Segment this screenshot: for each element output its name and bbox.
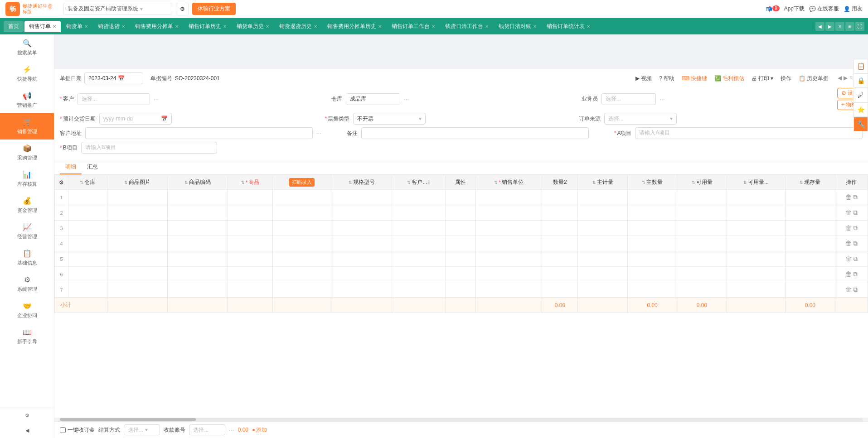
table-cell[interactable] bbox=[627, 267, 677, 282]
col-sales-unit[interactable]: ⇅*销售单位 bbox=[475, 175, 542, 190]
trial-button[interactable]: 体验行业方案 bbox=[192, 3, 236, 15]
operations-btn[interactable]: 操作 bbox=[779, 74, 793, 83]
table-cell[interactable] bbox=[331, 205, 392, 221]
table-cell[interactable] bbox=[446, 267, 476, 282]
copy-row-icon[interactable]: ⧉ bbox=[853, 209, 858, 216]
close-icon[interactable]: ✕ bbox=[485, 24, 489, 29]
settlement-select[interactable]: 选择... ▾ bbox=[124, 424, 160, 435]
table-cell[interactable] bbox=[786, 267, 835, 282]
scrollbar-track[interactable] bbox=[60, 418, 863, 421]
table-cell[interactable] bbox=[167, 221, 228, 236]
table-cell[interactable] bbox=[475, 251, 542, 267]
copy-row-icon[interactable]: ⧉ bbox=[853, 224, 858, 231]
table-cell[interactable] bbox=[542, 251, 578, 267]
nav-prev-btn[interactable]: ◀ bbox=[815, 22, 824, 31]
tab-sales-return-history[interactable]: 销货退货历史 ✕ bbox=[275, 21, 322, 32]
table-cell[interactable] bbox=[786, 190, 835, 205]
table-cell[interactable] bbox=[446, 221, 476, 236]
table-cell[interactable] bbox=[273, 190, 331, 205]
table-cell[interactable] bbox=[228, 190, 273, 205]
close-icon[interactable]: ✕ bbox=[587, 24, 590, 29]
close-icon[interactable]: ✕ bbox=[53, 24, 56, 29]
table-cell[interactable] bbox=[107, 236, 167, 251]
table-cell[interactable] bbox=[331, 236, 392, 251]
address-more-btn[interactable]: ··· bbox=[316, 130, 322, 137]
table-cell[interactable] bbox=[228, 267, 273, 282]
col-qty2[interactable]: 数量2 bbox=[542, 175, 578, 190]
table-cell[interactable] bbox=[786, 251, 835, 267]
table-cell[interactable] bbox=[727, 190, 785, 205]
one-click-checkbox[interactable] bbox=[60, 427, 66, 433]
col-scan[interactable]: 扫码录入 bbox=[273, 175, 331, 190]
rfb-star-btn[interactable]: ⭐ bbox=[853, 102, 868, 117]
tab-sales-order[interactable]: 销售订单 ✕ bbox=[24, 21, 61, 32]
table-cell[interactable] bbox=[677, 221, 727, 236]
table-cell[interactable] bbox=[228, 282, 273, 298]
tab-sales-order-history[interactable]: 销售订单历史 ✕ bbox=[184, 21, 231, 32]
table-cell[interactable] bbox=[392, 282, 446, 298]
rfb-lock-btn[interactable]: 🔒 bbox=[853, 73, 868, 88]
table-cell[interactable] bbox=[68, 236, 107, 251]
salesperson-input[interactable]: 选择... bbox=[601, 93, 656, 105]
delete-row-icon[interactable]: 🗑 bbox=[845, 224, 852, 231]
table-cell[interactable] bbox=[228, 251, 273, 267]
close-icon[interactable]: ✕ bbox=[266, 24, 269, 29]
tab-sales-slip-history[interactable]: 销货单历史 ✕ bbox=[232, 21, 274, 32]
nav-fullscreen-btn[interactable]: ⛶ bbox=[855, 22, 864, 31]
table-cell[interactable] bbox=[228, 221, 273, 236]
gear-icon-btn[interactable]: ⚙ bbox=[176, 3, 189, 15]
list-view-btn[interactable]: ≡ bbox=[849, 75, 853, 82]
close-icon[interactable]: ✕ bbox=[175, 24, 179, 29]
table-cell[interactable] bbox=[107, 251, 167, 267]
table-cell[interactable] bbox=[475, 236, 542, 251]
nav-close-btn[interactable]: ✕ bbox=[835, 22, 844, 31]
delete-row-icon[interactable]: 🗑 bbox=[845, 193, 852, 201]
table-cell[interactable] bbox=[392, 236, 446, 251]
close-icon[interactable]: ✕ bbox=[84, 24, 88, 29]
customer-input[interactable]: 选择... bbox=[78, 93, 150, 105]
table-cell[interactable] bbox=[727, 251, 785, 267]
user-avatar[interactable]: 👤 用友 bbox=[844, 5, 863, 13]
online-service-link[interactable]: 💬 在线客服 bbox=[809, 5, 839, 13]
table-cell[interactable] bbox=[228, 205, 273, 221]
col-main-qty[interactable]: ⇅主数量 bbox=[627, 175, 677, 190]
nav-menu-btn[interactable]: ≡ bbox=[845, 22, 854, 31]
table-cell[interactable] bbox=[273, 236, 331, 251]
system-selector[interactable]: 装备及固定资产辅助管理系统 ▾ bbox=[63, 3, 172, 15]
sidebar-item-basic-info[interactable]: 📋 基础信息 bbox=[0, 245, 54, 271]
table-cell[interactable] bbox=[167, 190, 228, 205]
table-cell[interactable] bbox=[273, 282, 331, 298]
table-cell[interactable] bbox=[68, 251, 107, 267]
copy-row-icon[interactable]: ⧉ bbox=[853, 193, 858, 201]
shortcut-btn[interactable]: ⌨ 快捷键 bbox=[680, 74, 709, 83]
remarks-input[interactable] bbox=[361, 127, 589, 139]
copy-row-icon[interactable]: ⧉ bbox=[853, 240, 858, 247]
table-cell[interactable] bbox=[331, 267, 392, 282]
table-cell[interactable] bbox=[331, 190, 392, 205]
sidebar-collapse-btn[interactable]: ◀ bbox=[0, 423, 54, 438]
table-cell[interactable] bbox=[578, 282, 627, 298]
table-cell[interactable] bbox=[786, 221, 835, 236]
table-cell[interactable] bbox=[578, 205, 627, 221]
print-btn[interactable]: 🖨 打印 ▾ bbox=[750, 74, 775, 83]
next-record-btn[interactable]: ▶ bbox=[844, 75, 848, 82]
table-cell[interactable] bbox=[578, 190, 627, 205]
table-cell[interactable] bbox=[727, 236, 785, 251]
close-icon[interactable]: ✕ bbox=[314, 24, 317, 29]
invoice-type-select[interactable]: 不开票 ▾ bbox=[353, 113, 426, 125]
project-b-input[interactable]: 请输入B项目 bbox=[81, 142, 217, 154]
prev-record-btn[interactable]: ◀ bbox=[838, 75, 842, 82]
table-cell[interactable] bbox=[627, 251, 677, 267]
table-cell[interactable] bbox=[627, 190, 677, 205]
table-cell[interactable] bbox=[331, 221, 392, 236]
warehouse-more-btn[interactable]: ··· bbox=[404, 96, 409, 103]
copy-row-icon[interactable]: ⧉ bbox=[853, 286, 858, 293]
col-available2[interactable]: ⇅可用量... bbox=[727, 175, 785, 190]
warehouse-input[interactable]: 成品库 bbox=[346, 93, 400, 105]
single-date-input[interactable]: 2023-03-24 📅 bbox=[84, 72, 143, 84]
tab-daily-clear-workbench[interactable]: 钱货日清工作台 ✕ bbox=[441, 21, 493, 32]
sidebar-settings-btn[interactable]: ⚙ bbox=[0, 408, 54, 423]
salesperson-more-btn[interactable]: ··· bbox=[659, 96, 665, 103]
delete-row-icon[interactable]: 🗑 bbox=[845, 270, 852, 278]
table-cell[interactable] bbox=[331, 251, 392, 267]
